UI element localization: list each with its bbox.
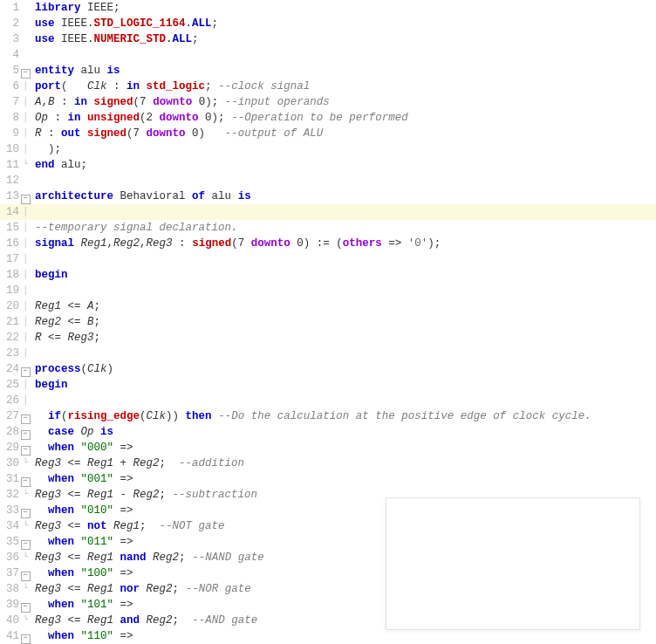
fold-toggle-icon[interactable]: − — [21, 477, 31, 487]
code-line[interactable]: 14│ — [0, 204, 656, 220]
code-content[interactable]: A,B : in signed(7 downto 0); --input ope… — [31, 94, 656, 110]
fold-gutter[interactable]: − — [19, 188, 31, 204]
code-content[interactable]: Reg3 <= not Reg1; --NOT gate — [31, 518, 656, 534]
code-line[interactable]: 11└end alu; — [0, 157, 656, 173]
code-line[interactable]: 19│ — [0, 283, 656, 298]
code-line[interactable]: 18│begin — [0, 267, 656, 283]
code-content[interactable]: library IEEE; — [31, 0, 656, 16]
code-editor[interactable]: 1library IEEE;2use IEEE.STD_LOGIC_1164.A… — [0, 0, 656, 644]
code-line[interactable]: 38└Reg3 <= Reg1 nor Reg2; --NOR gate — [0, 581, 656, 597]
code-content[interactable]: Reg3 <= Reg1 nor Reg2; --NOR gate — [31, 581, 656, 597]
fold-toggle-icon[interactable]: − — [21, 446, 31, 456]
code-line[interactable]: 2use IEEE.STD_LOGIC_1164.ALL; — [0, 16, 656, 31]
fold-toggle-icon[interactable]: − — [21, 414, 31, 424]
code-content[interactable]: process(Clk) — [31, 361, 656, 377]
code-line[interactable]: 24−process(Clk) — [0, 361, 656, 377]
code-line[interactable]: 17│ — [0, 251, 656, 267]
fold-toggle-icon[interactable]: − — [21, 540, 31, 550]
fold-gutter[interactable]: − — [19, 503, 31, 518]
fold-toggle-icon[interactable]: − — [21, 603, 31, 613]
code-line[interactable]: 27− if(rising_edge(Clk)) then --Do the c… — [0, 408, 656, 424]
code-content[interactable]: when "100" => — [31, 565, 656, 581]
code-line[interactable]: 21│Reg2 <= B; — [0, 314, 656, 330]
code-content[interactable]: Reg3 <= Reg1 + Reg2; --addition — [31, 456, 656, 471]
code-line[interactable]: 12 — [0, 173, 656, 188]
code-line[interactable]: 34└Reg3 <= not Reg1; --NOT gate — [0, 518, 656, 534]
code-content[interactable]: when "001" => — [31, 471, 656, 487]
code-content[interactable]: R <= Reg3; — [31, 330, 656, 346]
code-line[interactable]: 10│ ); — [0, 141, 656, 157]
code-content[interactable]: Reg3 <= Reg1 - Reg2; --subtraction — [31, 487, 656, 503]
code-line[interactable]: 7│A,B : in signed(7 downto 0); --input o… — [0, 94, 656, 110]
code-line[interactable]: 40└Reg3 <= Reg1 and Reg2; --AND gate — [0, 613, 656, 628]
code-line[interactable]: 1library IEEE; — [0, 0, 656, 16]
code-line[interactable]: 28− case Op is — [0, 424, 656, 440]
code-content[interactable]: if(rising_edge(Clk)) then --Do the calcu… — [31, 408, 656, 424]
fold-toggle-icon[interactable]: − — [21, 69, 31, 79]
fold-toggle-icon[interactable]: − — [21, 509, 31, 518]
code-line[interactable]: 26│ — [0, 393, 656, 408]
code-content[interactable]: signal Reg1,Reg2,Reg3 : signed(7 downto … — [31, 236, 656, 251]
code-line[interactable]: 6│port( Clk : in std_logic; --clock sign… — [0, 79, 656, 94]
code-content[interactable]: begin — [31, 377, 656, 393]
code-line[interactable]: 39− when "101" => — [0, 597, 656, 613]
fold-toggle-icon[interactable]: − — [21, 430, 31, 440]
code-content[interactable]: end alu; — [31, 157, 656, 173]
code-line[interactable]: 23│ — [0, 346, 656, 361]
code-line[interactable]: 13−architecture Behavioral of alu is — [0, 188, 656, 204]
code-line[interactable]: 37− when "100" => — [0, 565, 656, 581]
code-content[interactable]: Reg1 <= A; — [31, 298, 656, 314]
fold-gutter[interactable]: − — [19, 534, 31, 550]
code-line[interactable]: 35− when "011" => — [0, 534, 656, 550]
code-line[interactable]: 22│R <= Reg3; — [0, 330, 656, 346]
fold-gutter[interactable]: − — [19, 471, 31, 487]
code-content[interactable]: use IEEE.NUMERIC_STD.ALL; — [31, 31, 656, 47]
code-line[interactable]: 8│Op : in unsigned(2 downto 0); --Operat… — [0, 110, 656, 126]
code-content[interactable]: architecture Behavioral of alu is — [31, 188, 656, 204]
code-line[interactable]: 5−entity alu is — [0, 63, 656, 79]
fold-gutter[interactable]: − — [19, 597, 31, 613]
code-content[interactable]: use IEEE.STD_LOGIC_1164.ALL; — [31, 16, 656, 31]
code-line[interactable]: 36└Reg3 <= Reg1 nand Reg2; --NAND gate — [0, 550, 656, 565]
code-line[interactable]: 29− when "000" => — [0, 440, 656, 456]
fold-gutter[interactable]: − — [19, 628, 31, 644]
code-line[interactable]: 41− when "110" => — [0, 628, 656, 644]
code-content[interactable]: Reg2 <= B; — [31, 314, 656, 330]
code-line[interactable]: 32└Reg3 <= Reg1 - Reg2; --subtraction — [0, 487, 656, 503]
fold-gutter[interactable]: − — [19, 408, 31, 424]
code-content[interactable]: port( Clk : in std_logic; --clock signal — [31, 79, 656, 94]
code-line[interactable]: 3use IEEE.NUMERIC_STD.ALL; — [0, 31, 656, 47]
code-content[interactable]: when "101" => — [31, 597, 656, 613]
code-line[interactable]: 9│R : out signed(7 downto 0) --output of… — [0, 126, 656, 141]
code-content[interactable]: when "110" => — [31, 628, 656, 644]
code-content[interactable]: Op : in unsigned(2 downto 0); --Operatio… — [31, 110, 656, 126]
code-line[interactable]: 20│Reg1 <= A; — [0, 298, 656, 314]
fold-toggle-icon[interactable]: − — [21, 572, 31, 581]
code-content[interactable]: when "011" => — [31, 534, 656, 550]
fold-gutter[interactable]: − — [19, 565, 31, 581]
code-line[interactable]: 31− when "001" => — [0, 471, 656, 487]
code-content[interactable]: begin — [31, 267, 656, 283]
code-line[interactable]: 25│begin — [0, 377, 656, 393]
fold-toggle-icon[interactable]: − — [21, 634, 31, 644]
fold-gutter[interactable]: − — [19, 440, 31, 456]
code-content[interactable]: when "000" => — [31, 440, 656, 456]
code-content[interactable]: Reg3 <= Reg1 and Reg2; --AND gate — [31, 613, 656, 628]
code-content[interactable]: entity alu is — [31, 63, 656, 79]
code-line[interactable]: 33− when "010" => — [0, 503, 656, 518]
code-line[interactable]: 4 — [0, 47, 656, 63]
code-content[interactable]: case Op is — [31, 424, 656, 440]
code-line[interactable]: 16│signal Reg1,Reg2,Reg3 : signed(7 down… — [0, 236, 656, 251]
code-line[interactable]: 15│--temporary signal declaration. — [0, 220, 656, 236]
fold-toggle-icon[interactable]: − — [21, 195, 31, 204]
code-content[interactable]: Reg3 <= Reg1 nand Reg2; --NAND gate — [31, 550, 656, 565]
fold-gutter[interactable]: − — [19, 424, 31, 440]
fold-gutter[interactable]: − — [19, 63, 31, 79]
code-content[interactable]: --temporary signal declaration. — [31, 220, 656, 236]
fold-toggle-icon[interactable]: − — [21, 367, 31, 377]
fold-gutter[interactable]: − — [19, 361, 31, 377]
code-line[interactable]: 30└Reg3 <= Reg1 + Reg2; --addition — [0, 456, 656, 471]
code-content[interactable]: ); — [31, 141, 656, 157]
code-content[interactable]: when "010" => — [31, 503, 656, 518]
code-content[interactable]: R : out signed(7 downto 0) --output of A… — [31, 126, 656, 141]
